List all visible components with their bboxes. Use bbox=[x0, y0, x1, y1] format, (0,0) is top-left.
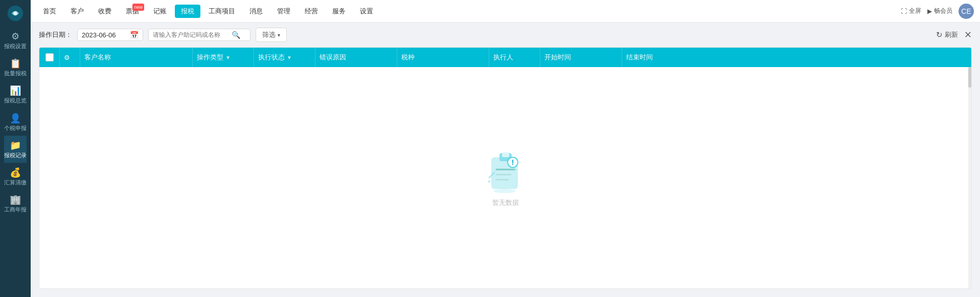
table-header: ⚙ 客户名称 操作类型 ▼ 执行状态 ▼ 错误原因 税种 bbox=[39, 48, 971, 67]
svg-point-1 bbox=[13, 11, 17, 15]
chevron-down-icon: ▾ bbox=[278, 32, 280, 38]
sidebar-item-huisuan-jiaona[interactable]: 💰 汇算清缴 bbox=[4, 163, 27, 190]
th-error-reason-label: 错误原因 bbox=[320, 53, 346, 62]
sidebar-item-baoshui-zongjian[interactable]: 📊 报税总览 bbox=[4, 81, 27, 108]
avatar-initials: CE bbox=[961, 7, 971, 15]
search-wrapper: 🔍 bbox=[148, 29, 250, 41]
empty-state: ! 暂无数据 bbox=[485, 148, 526, 207]
search-input[interactable] bbox=[153, 31, 230, 38]
th-error-reason: 错误原因 bbox=[315, 48, 397, 67]
select-all-checkbox[interactable] bbox=[45, 53, 54, 61]
sidebar-label-baoshui-shezhi: 报税设置 bbox=[4, 43, 27, 50]
nav-label-shoufei: 收费 bbox=[98, 7, 111, 15]
sidebar-icon-baoshui-jilu: 📁 bbox=[10, 140, 21, 151]
th-exec-status: 执行状态 ▼ bbox=[254, 48, 315, 67]
close-button[interactable]: ✕ bbox=[964, 30, 972, 39]
nav-item-jizhang[interactable]: 记账 bbox=[147, 5, 173, 18]
date-input[interactable] bbox=[82, 31, 128, 39]
nav-item-kehu[interactable]: 客户 bbox=[64, 5, 90, 18]
scrollbar-track[interactable] bbox=[968, 67, 971, 288]
svg-text:!: ! bbox=[511, 158, 514, 166]
app-logo[interactable] bbox=[6, 4, 25, 23]
nav-item-home[interactable]: 首页 bbox=[37, 5, 62, 18]
empty-text: 暂无数据 bbox=[492, 198, 519, 207]
nav-label-xiaoxi: 消息 bbox=[249, 7, 263, 15]
calendar-icon: 📅 bbox=[130, 31, 139, 39]
sidebar-label-piliang-baoshui: 批量报税 bbox=[4, 70, 27, 77]
nav-label-gongshang-xiangmu: 工商项目 bbox=[209, 7, 235, 15]
user-avatar[interactable]: CE bbox=[959, 4, 974, 19]
sidebar-label-geshuishenbao: 个税申报 bbox=[4, 125, 27, 132]
th-tax-type: 税种 bbox=[397, 48, 489, 67]
member-button[interactable]: ▶ 畅会员 bbox=[927, 7, 952, 15]
th-checkbox bbox=[39, 48, 60, 67]
sidebar-item-geshuishenbao[interactable]: 👤 个税申报 bbox=[4, 109, 27, 136]
th-start-time-label: 开始时间 bbox=[544, 53, 571, 62]
date-picker[interactable]: 📅 bbox=[77, 29, 143, 41]
scrollbar-thumb[interactable] bbox=[968, 67, 971, 88]
empty-icon: ! bbox=[485, 148, 526, 194]
date-label: 操作日期： bbox=[39, 30, 72, 39]
nav-item-shoufei[interactable]: 收费 bbox=[92, 5, 118, 18]
nav-label-shezhi: 设置 bbox=[360, 7, 373, 15]
sidebar-icon-baoshui-shezhi: ⚙ bbox=[11, 31, 19, 42]
refresh-label: 刷新 bbox=[945, 30, 958, 39]
nav-items: 首页客户收费票据new记账报税工商项目消息管理经营服务设置 bbox=[37, 5, 901, 18]
nav-label-baoshui: 报税 bbox=[181, 7, 194, 15]
th-tax-type-label: 税种 bbox=[401, 53, 415, 62]
th-executor-label: 执行人 bbox=[493, 53, 513, 62]
filter-button[interactable]: 筛选 ▾ bbox=[256, 28, 287, 42]
svg-marker-11 bbox=[488, 180, 491, 183]
nav-item-guanli[interactable]: 管理 bbox=[271, 5, 297, 18]
sidebar-item-baoshui-shezhi[interactable]: ⚙ 报税设置 bbox=[4, 27, 27, 54]
nav-label-jingying: 经营 bbox=[305, 7, 318, 15]
th-client-name-label: 客户名称 bbox=[84, 53, 111, 62]
nav-label-kehu: 客户 bbox=[71, 7, 84, 15]
sidebar-icon-baoshui-zongjian: 📊 bbox=[10, 85, 21, 96]
sort-icon-exec-status[interactable]: ▼ bbox=[287, 55, 292, 60]
fullscreen-button[interactable]: ⛶ 全屏 bbox=[901, 7, 921, 15]
sidebar-item-piliang-baoshui[interactable]: 📋 批量报税 bbox=[4, 54, 27, 81]
refresh-button[interactable]: ↻ 刷新 bbox=[936, 30, 958, 39]
fullscreen-icon: ⛶ bbox=[901, 8, 907, 15]
table-body: ! 暂无数据 bbox=[39, 67, 971, 288]
th-operation-type-label: 操作类型 bbox=[197, 53, 223, 62]
top-navigation: 首页客户收费票据new记账报税工商项目消息管理经营服务设置 ⛶ 全屏 ▶ 畅会员… bbox=[31, 0, 980, 23]
th-start-time: 开始时间 bbox=[540, 48, 622, 67]
badge-new-piaoju: new bbox=[132, 4, 144, 11]
toolbar: 操作日期： 📅 🔍 筛选 ▾ ↻ 刷新 ✕ bbox=[31, 23, 980, 47]
sidebar-icon-gongshang-nianbao: 🏢 bbox=[10, 194, 21, 205]
nav-item-fuwu[interactable]: 服务 bbox=[326, 5, 352, 18]
sidebar-icon-geshuishenbao: 👤 bbox=[10, 113, 21, 124]
th-exec-status-label: 执行状态 bbox=[258, 53, 285, 62]
topnav-right: ⛶ 全屏 ▶ 畅会员 CE bbox=[901, 4, 974, 19]
page-area: 操作日期： 📅 🔍 筛选 ▾ ↻ 刷新 ✕ bbox=[31, 23, 980, 297]
sidebar-item-baoshui-jilu[interactable]: 📁 报税记录 bbox=[4, 136, 27, 163]
svg-rect-4 bbox=[502, 152, 509, 157]
sidebar-label-baoshui-jilu: 报税记录 bbox=[4, 152, 27, 159]
main-content: 首页客户收费票据new记账报税工商项目消息管理经营服务设置 ⛶ 全屏 ▶ 畅会员… bbox=[31, 0, 980, 297]
nav-item-gongshang-xiangmu[interactable]: 工商项目 bbox=[202, 5, 241, 18]
member-label: 畅会员 bbox=[934, 7, 952, 15]
nav-item-piaoju[interactable]: 票据new bbox=[120, 5, 145, 18]
search-icon[interactable]: 🔍 bbox=[232, 31, 240, 39]
nav-item-shezhi[interactable]: 设置 bbox=[354, 5, 379, 18]
nav-item-baoshui[interactable]: 报税 bbox=[175, 5, 200, 18]
th-operation-type: 操作类型 ▼ bbox=[193, 48, 254, 67]
play-icon: ▶ bbox=[927, 8, 932, 15]
nav-item-xiaoxi[interactable]: 消息 bbox=[243, 5, 269, 18]
sidebar-item-gongshang-nianbao[interactable]: 🏢 工商年报 bbox=[4, 190, 27, 217]
toolbar-right: ↻ 刷新 ✕ bbox=[936, 30, 972, 39]
sort-icon-operation-type[interactable]: ▼ bbox=[225, 55, 231, 60]
nav-label-home: 首页 bbox=[43, 7, 56, 15]
sidebar-label-gongshang-nianbao: 工商年报 bbox=[4, 206, 27, 213]
svg-point-12 bbox=[493, 189, 516, 193]
nav-label-fuwu: 服务 bbox=[332, 7, 346, 15]
sidebar-icon-piliang-baoshui: 📋 bbox=[10, 58, 21, 69]
th-end-time: 结束时间 bbox=[622, 48, 683, 67]
nav-label-jizhang: 记账 bbox=[153, 7, 167, 15]
settings-icon[interactable]: ⚙ bbox=[64, 54, 70, 61]
nav-label-guanli: 管理 bbox=[277, 7, 290, 15]
nav-item-jingying[interactable]: 经营 bbox=[299, 5, 324, 18]
th-end-time-label: 结束时间 bbox=[626, 53, 653, 62]
